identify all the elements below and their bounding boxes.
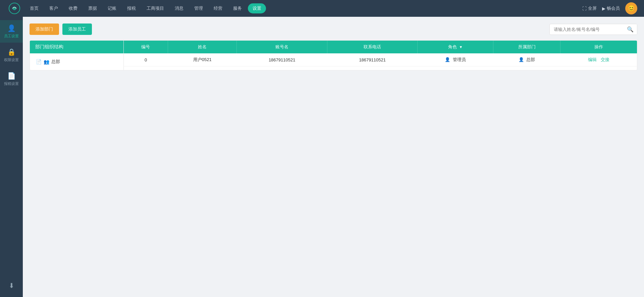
download-icon: ⬇ [9,282,14,290]
nav-bizproject[interactable]: 工商项目 [142,3,169,13]
role-label: 管理员 [453,57,466,62]
col-account: 账号名 [237,41,327,53]
file-icon: 📄 [36,59,42,64]
cell-role: 👤 管理员 [418,53,493,66]
nav-home[interactable]: 首页 [25,3,43,13]
table-row: 0 用户0521 18679110521 18679110521 👤 管理员 👤… [124,53,637,66]
edit-link[interactable]: 编辑 [588,57,597,62]
cell-actions: 编辑 交接 [560,53,637,66]
user-avatar[interactable]: 😊 [625,2,637,14]
table-panel: 编号 姓名 账号名 联系电话 角色 ▼ 所属部门 操作 0 [124,41,637,70]
tree-header: 部门组织结构 [30,41,123,53]
toolbar: 添加部门 添加员工 🔍 [30,23,637,35]
sidebar-item-permissions[interactable]: 🔒 权限设置 [0,44,23,66]
search-input[interactable] [550,25,624,34]
top-nav: 首页 客户 收费 票据 记账 报税 工商项目 消息 管理 经营 服务 设置 ⛶ … [0,0,644,17]
cell-dept: 👤 总部 [493,53,560,66]
col-name: 姓名 [168,41,236,53]
tree-node-label: 总部 [51,59,60,65]
add-dept-button[interactable]: 添加部门 [30,23,59,35]
cell-id: 0 [124,53,168,66]
main-content: 添加部门 添加员工 🔍 部门组织结构 📄 👥 总部 [23,17,644,297]
logo [3,2,25,14]
fullscreen-icon: ⛶ [582,6,587,11]
tree-body: 📄 👥 总部 [30,53,123,70]
top-nav-right: ⛶ 全屏 ▶ 畅会员 😊 [582,2,637,14]
cell-name: 用户0521 [168,53,236,66]
nav-message[interactable]: 消息 [170,3,188,13]
fullscreen-btn[interactable]: ⛶ 全屏 [582,5,597,11]
sidebar-item-employee[interactable]: 👤 员工设置 [0,20,23,43]
cell-account: 18679110521 [237,53,327,66]
dept-label: 总部 [526,57,535,62]
nav-invoice[interactable]: 票据 [84,3,102,13]
search-area: 🔍 [549,24,637,35]
nav-tax[interactable]: 报税 [122,3,141,13]
nav-items: 首页 客户 收费 票据 记账 报税 工商项目 消息 管理 经营 服务 设置 [25,3,582,13]
nav-customer[interactable]: 客户 [45,3,63,13]
table-header-row: 编号 姓名 账号名 联系电话 角色 ▼ 所属部门 操作 [124,41,637,53]
role-user-icon: 👤 [445,57,450,62]
nav-manage[interactable]: 管理 [190,3,208,13]
doc-icon: 📄 [7,72,16,80]
person-icon: 👤 [7,24,16,32]
sidebar-item-permissions-label: 权限设置 [4,57,19,62]
col-action: 操作 [560,41,637,53]
tree-node-root[interactable]: 📄 👥 总部 [33,57,120,67]
sidebar-item-taxsettings-label: 报税设置 [4,81,19,86]
transfer-link[interactable]: 交接 [601,57,609,62]
nav-operation[interactable]: 经营 [209,3,227,13]
search-button[interactable]: 🔍 [624,24,637,35]
dept-user-icon: 👤 [519,57,524,62]
lock-icon: 🔒 [7,48,16,56]
sidebar: 👤 员工设置 🔒 权限设置 📄 报税设置 ⬇ [0,17,23,297]
sidebar-item-taxsettings[interactable]: 📄 报税设置 [0,68,23,90]
nav-charge[interactable]: 收费 [64,3,82,13]
content-layout: 部门组织结构 📄 👥 总部 编号 姓名 账号名 联系电话 [30,40,637,70]
col-role[interactable]: 角色 ▼ [418,41,493,53]
tree-panel: 部门组织结构 📄 👥 总部 [30,41,124,70]
filter-icon: ▼ [459,45,463,49]
data-table: 编号 姓名 账号名 联系电话 角色 ▼ 所属部门 操作 0 [124,41,637,66]
vip-icon: ▶ [602,6,605,11]
nav-bookkeeping[interactable]: 记账 [103,3,121,13]
vip-btn[interactable]: ▶ 畅会员 [602,5,620,11]
nav-service[interactable]: 服务 [228,3,247,13]
col-id: 编号 [124,41,168,53]
nav-settings[interactable]: 设置 [248,3,266,13]
sidebar-item-employee-label: 员工设置 [4,34,19,39]
cell-phone: 18679110521 [327,53,418,66]
fullscreen-label: 全屏 [588,5,597,11]
user-group-icon: 👥 [44,59,49,64]
sidebar-download[interactable]: ⬇ [0,278,23,294]
add-employee-button[interactable]: 添加员工 [62,23,92,35]
col-phone: 联系电话 [327,41,418,53]
col-dept: 所属部门 [493,41,560,53]
col-role-label: 角色 [448,44,457,49]
vip-label: 畅会员 [607,5,620,11]
